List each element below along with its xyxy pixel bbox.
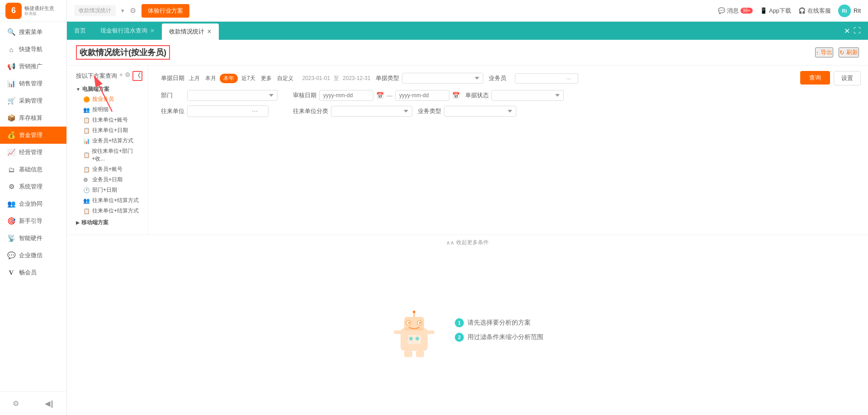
- empty-robot-illustration: [392, 310, 437, 355]
- group-arrow-icon: ▼: [76, 87, 80, 92]
- sidebar-item-purchase[interactable]: 🛒 采购管理: [0, 92, 66, 109]
- header-breadcrumb: 收款情况统计: [74, 5, 116, 16]
- salesman-input[interactable]: [519, 75, 564, 81]
- svg-point-9: [413, 311, 415, 313]
- tab-receipt[interactable]: 收款情况统计 ✕: [162, 24, 219, 40]
- sidebar-item-corp[interactable]: 👥 企业协同: [0, 195, 66, 212]
- logo-icon: 6: [5, 3, 22, 19]
- partner-date-icon: 📋: [83, 127, 90, 134]
- salesman-dots[interactable]: ···: [566, 75, 571, 82]
- dept-select[interactable]: [187, 90, 278, 101]
- add-scheme-btn[interactable]: +: [119, 71, 123, 81]
- logo-text: 畅捷通好生意 标准版: [24, 5, 54, 17]
- partner-dots[interactable]: ···: [252, 107, 258, 115]
- sidebar-item-operations[interactable]: 📈 经营管理: [0, 144, 66, 161]
- sidebar-item-wechat[interactable]: 💬 企业微信: [0, 247, 66, 264]
- header-settings-icon[interactable]: ⚙: [130, 6, 136, 15]
- header-right: 💬 消息 99+ 📱 App下载 🎧 在线客服 Ri Rit: [718, 5, 861, 17]
- date-range-display: 2023-01-01 至 2023-12-31: [301, 75, 371, 82]
- salesman-settle-icon: 📊: [83, 138, 90, 144]
- salesman-field: 业务员 ···: [489, 73, 578, 84]
- online-service-action[interactable]: 🎧 在线客服: [798, 7, 831, 15]
- setting-btn[interactable]: 设置: [834, 71, 861, 85]
- shortcut-more[interactable]: 更多: [259, 74, 274, 83]
- empty-instructions: 1 请先选择要分析的方案 2 用过滤条件来缩小分析范围: [455, 318, 543, 347]
- scheme-item-dept-date[interactable]: 🕐 部门+日期: [76, 185, 142, 195]
- app-download-action[interactable]: 📱 App下载: [760, 7, 791, 15]
- system-icon: ⚙: [7, 183, 15, 191]
- filter-sidebar-header: 按以下方案查询 + ⚙ 《: [76, 71, 142, 81]
- date-group: 上月 本月 本年 近7天 更多 自定义: [187, 74, 295, 83]
- svg-point-16: [415, 337, 419, 340]
- scheme-item-partner-date[interactable]: 📋 往来单位+日期: [76, 125, 142, 136]
- sidebar-settings-btn[interactable]: ⚙: [9, 396, 23, 411]
- filter-sidebar-actions: + ⚙ 《: [119, 71, 142, 81]
- sidebar-item-system[interactable]: ⚙ 系统管理: [0, 178, 66, 195]
- scheme-item-salesman-date[interactable]: ⚙ 业务员+日期: [76, 174, 142, 185]
- sidebar-item-inventory[interactable]: 📦 库存核算: [0, 109, 66, 127]
- biz-type-select[interactable]: [444, 106, 516, 117]
- message-action[interactable]: 💬 消息 99+: [718, 7, 753, 15]
- review-date-to-calendar-icon[interactable]: 📅: [452, 92, 460, 99]
- sidebar-collapse-btn[interactable]: ◀‖: [41, 396, 57, 411]
- scheme-settings-btn[interactable]: ⚙: [125, 71, 131, 81]
- refresh-btn[interactable]: ↻ 刷新: [839, 47, 859, 57]
- scheme-item-partner-account[interactable]: 📋 往来单位+账号: [76, 115, 142, 125]
- scheme-tree: ▼ 电脑端方案 🟠 按业务员 👥 按明细 📋: [76, 85, 142, 227]
- user-name: Rit: [854, 7, 861, 14]
- doctype-select[interactable]: [402, 73, 483, 84]
- date-label: 单据日期: [161, 74, 184, 82]
- shortcut-custom[interactable]: 自定义: [275, 74, 295, 83]
- partner-input[interactable]: [191, 108, 250, 114]
- sidebar-item-marketing[interactable]: 📢 营销推广: [0, 58, 66, 75]
- review-date-from-input[interactable]: [319, 90, 373, 101]
- shortcut-this-month[interactable]: 本月: [203, 74, 218, 83]
- user-area[interactable]: Ri Rit: [838, 5, 861, 17]
- header-dropdown-icon[interactable]: ▾: [121, 7, 124, 14]
- scheme-item-partner-settle1[interactable]: 👥 往来单位+结算方式: [76, 195, 142, 206]
- sidebar-item-guide[interactable]: 🎯 新手引导: [0, 212, 66, 230]
- scheme-item-partner-settle2[interactable]: 📋 往来单位+结算方式: [76, 206, 142, 216]
- tab-bank[interactable]: 现金银行流水查询 ✕: [93, 22, 162, 40]
- export-btn[interactable]: ↑ 导出: [815, 47, 834, 57]
- shortcut-7days[interactable]: 近7天: [240, 74, 257, 83]
- trial-btn[interactable]: 体验行业方案: [142, 4, 189, 18]
- sidebar-item-sales[interactable]: 📊 销售管理: [0, 75, 66, 92]
- shortcut-this-year[interactable]: 本年: [220, 74, 238, 83]
- mobile-group-header[interactable]: ▶ 移动端方案: [76, 218, 142, 227]
- scheme-item-salesman-settle[interactable]: 📊 业务员+结算方式: [76, 136, 142, 146]
- sidebar-item-member[interactable]: V 畅会员: [0, 264, 66, 281]
- sidebar-item-basic[interactable]: 🗂 基础信息: [0, 161, 66, 178]
- scheme-item-detail[interactable]: 👥 按明细: [76, 104, 142, 115]
- svg-rect-10: [394, 330, 401, 334]
- review-date-from-calendar-icon[interactable]: 📅: [376, 92, 384, 99]
- sidebar-item-finance[interactable]: 💰 资金管理: [0, 127, 66, 144]
- collapse-sidebar-btn[interactable]: 《: [132, 71, 142, 81]
- partner-settle2-icon: 📋: [83, 208, 90, 214]
- partner-category-select[interactable]: [331, 106, 412, 117]
- tab-close-all-icon[interactable]: ✕: [844, 27, 850, 35]
- date-field: 单据日期 上月 本月 本年 近7天 更多 自定义: [161, 74, 295, 83]
- scheme-item-salesman-account[interactable]: 📋 业务员+账号: [76, 164, 142, 174]
- tab-home[interactable]: 首页: [67, 22, 93, 40]
- collapse-bar[interactable]: ∧∧ 收起更多条件: [67, 235, 868, 250]
- scheme-item-salesman[interactable]: 🟠 按业务员: [76, 94, 142, 104]
- doctype-field: 单据类型: [376, 73, 483, 84]
- shortcut-last-month[interactable]: 上月: [187, 74, 202, 83]
- empty-content: 1 请先选择要分析的方案 2 用过滤条件来缩小分析范围: [392, 310, 543, 355]
- tab-maximize-icon[interactable]: ⛶: [854, 27, 861, 35]
- tab-bank-close[interactable]: ✕: [150, 28, 155, 34]
- sidebar-nav: 🔍 搜索菜单 ⌂ 快捷导航 📢 营销推广 📊 销售管理 🛒 采购管理 📦 库存核…: [0, 22, 66, 391]
- review-date-to-input[interactable]: [395, 90, 449, 101]
- sidebar-item-search[interactable]: 🔍 搜索菜单: [0, 24, 66, 41]
- tab-receipt-close[interactable]: ✕: [207, 28, 212, 35]
- filter-row-actions: 查询 设置: [800, 71, 861, 85]
- sidebar-item-quicknav[interactable]: ⌂ 快捷导航: [0, 41, 66, 58]
- review-date-field: 审核日期 📅 — 📅: [293, 90, 460, 101]
- sidebar-item-hardware[interactable]: 📡 智能硬件: [0, 230, 66, 247]
- tab-bar: 首页 现金银行流水查询 ✕ 收款情况统计 ✕ ✕ ⛶: [67, 22, 868, 40]
- query-btn[interactable]: 查询: [800, 71, 830, 85]
- doc-status-select[interactable]: [491, 90, 564, 101]
- scheme-item-partner-dept[interactable]: 📋 按往来单位+部门+收...: [76, 146, 142, 164]
- desktop-group-header[interactable]: ▼ 电脑端方案: [76, 85, 142, 94]
